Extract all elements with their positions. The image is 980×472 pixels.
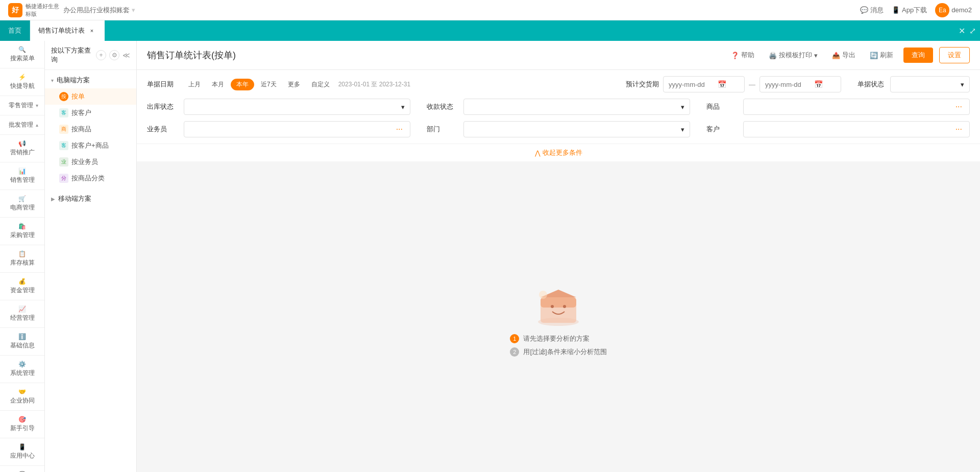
- expected-date-to-input[interactable]: [765, 81, 811, 88]
- download-icon: 📱: [892, 6, 900, 14]
- collapse-panel-button[interactable]: ≪: [122, 51, 130, 59]
- appstore-icon: 📱: [18, 443, 26, 451]
- sidebar-item-system[interactable]: ⚙️ 系统管理: [0, 356, 44, 383]
- tab-close-window-icon[interactable]: ✕: [959, 26, 965, 36]
- breadcrumb[interactable]: 办公用品行业模拟账套 ▾: [63, 6, 135, 15]
- scheme-by-customer[interactable]: 客 按客户: [45, 105, 136, 121]
- sidebar-item-enterprise[interactable]: 🤝 企业协同: [0, 383, 44, 411]
- finance-icon: 💰: [18, 278, 26, 285]
- calendar-from-icon[interactable]: 📅: [718, 80, 726, 88]
- svg-point-5: [563, 305, 566, 308]
- scheme-by-salesperson[interactable]: 业 按业务员: [45, 154, 136, 170]
- refresh-button[interactable]: 🔄 刷新: [866, 49, 897, 62]
- empty-hint-2: 2 用[过滤]条件来缩小分析范围: [510, 347, 606, 357]
- scheme-by-customer-product[interactable]: 客 按客户+商品: [45, 137, 136, 154]
- ship-status-select[interactable]: ▾: [184, 99, 410, 115]
- add-scheme-button[interactable]: +: [96, 50, 106, 60]
- collapse-filter-bar[interactable]: ⋀ 收起更多条件: [137, 144, 980, 161]
- left-panel: 按以下方案查询 + ⚙ ≪ ▾ 电脑端方案 按: [45, 41, 137, 472]
- department-label: 部门: [427, 125, 455, 134]
- salesperson-select[interactable]: ···: [184, 121, 410, 137]
- expected-date-to[interactable]: 📅: [760, 76, 841, 92]
- sidebar-item-basic[interactable]: ℹ️ 基础信息: [0, 328, 44, 356]
- tab-sales-stats[interactable]: 销售订单统计表 ×: [30, 20, 105, 41]
- date-btn-thisyear[interactable]: 本年: [231, 79, 254, 90]
- payment-status-label: 收款状态: [427, 102, 455, 111]
- sidebar-item-ecommerce[interactable]: 🛒 电商管理: [0, 190, 44, 218]
- sidebar-item-marketing[interactable]: 📢 营销推广: [0, 135, 44, 162]
- order-status-select[interactable]: ▾: [890, 76, 970, 92]
- filter-row-1: 单据日期 上月 本月 本年 近7天 更多 自定义 2023-01-01 至 20…: [147, 76, 970, 92]
- sidebar-item-quicknav[interactable]: ⚡ 快捷导航: [0, 68, 44, 96]
- message-action[interactable]: 💬 消息: [860, 6, 884, 15]
- scheme-by-product-icon: 商: [59, 125, 68, 134]
- sidebar-item-operations[interactable]: 📈 经营管理: [0, 300, 44, 328]
- scheme-by-product[interactable]: 商 按商品: [45, 121, 136, 137]
- sidebar-item-newuser[interactable]: 🎯 新手引导: [0, 411, 44, 438]
- page-title: 销售订单统计表(按单): [147, 49, 236, 61]
- query-button[interactable]: 查询: [903, 48, 933, 63]
- sidebar-item-inventory[interactable]: 📋 库存核算: [0, 245, 44, 273]
- scheme-by-salesperson-icon: 业: [59, 157, 68, 167]
- date-btn-thismonth[interactable]: 本月: [207, 79, 229, 90]
- expected-date-from[interactable]: 📅: [663, 76, 745, 92]
- tab-close-icon[interactable]: ×: [88, 27, 96, 35]
- settings-button[interactable]: 设置: [939, 47, 970, 63]
- quicknav-icon: ⚡: [18, 74, 26, 81]
- app-download-action[interactable]: 📱 App下载: [892, 6, 927, 15]
- export-button[interactable]: 📤 导出: [828, 49, 860, 62]
- user-action[interactable]: Ea demo2: [935, 3, 972, 17]
- top-bar: 好 畅捷通好生意 标版 办公用品行业模拟账套 ▾ 💬 消息 📱 App下载 Ea…: [0, 0, 980, 20]
- date-label: 单据日期: [147, 80, 176, 89]
- mobile-schemes-parent[interactable]: ▶ 移动端方案: [45, 191, 136, 207]
- goods-label: 商品: [706, 102, 735, 111]
- sidebar-item-wechat[interactable]: 💬 企业微信: [0, 466, 44, 472]
- print-arrow-icon: ▾: [814, 52, 818, 59]
- tab-maximize-icon[interactable]: ⤢: [969, 26, 976, 36]
- date-btn-more[interactable]: 更多: [283, 79, 305, 90]
- logo-text: 畅捷通好生意 标版: [26, 3, 59, 17]
- tab-home[interactable]: 首页: [0, 20, 30, 41]
- department-arrow-icon: ▾: [681, 126, 684, 133]
- empty-hint-1: 1 请先选择要分析的方案: [510, 334, 606, 343]
- scheme-by-order-icon: 按: [59, 92, 68, 101]
- scheme-by-order[interactable]: 按 按单: [45, 88, 136, 105]
- settings-icon: ⚙: [112, 52, 117, 59]
- sidebar-item-retail[interactable]: 零售管理 ▾: [0, 96, 44, 115]
- main-layout: 🔍 搜索菜单 ⚡ 快捷导航 零售管理 ▾ 批发管理 ▴ 📢 营销推广 📊 销售管…: [0, 41, 980, 472]
- sidebar-item-sales[interactable]: 📊 销售管理: [0, 162, 44, 190]
- sidebar-item-finance[interactable]: 💰 资金管理: [0, 273, 44, 300]
- calendar-to-icon[interactable]: 📅: [814, 80, 823, 88]
- department-select[interactable]: ▾: [463, 121, 690, 137]
- customer-more-icon[interactable]: ···: [953, 125, 964, 134]
- newuser-icon: 🎯: [18, 416, 26, 423]
- date-btn-7days[interactable]: 近7天: [256, 79, 281, 90]
- date-btn-custom[interactable]: 自定义: [307, 79, 334, 90]
- sidebar-item-purchase[interactable]: 🛍️ 采购管理: [0, 218, 44, 245]
- payment-status-select[interactable]: ▾: [463, 99, 690, 115]
- settings-scheme-button[interactable]: ⚙: [109, 50, 119, 60]
- sidebar-item-appstore[interactable]: 📱 应用中心: [0, 438, 44, 466]
- pc-schemes-parent[interactable]: ▾ 电脑端方案: [45, 72, 136, 88]
- salesperson-more-icon[interactable]: ···: [394, 125, 405, 134]
- refresh-icon: 🔄: [870, 52, 878, 59]
- left-panel-header: 按以下方案查询 + ⚙ ≪: [45, 41, 136, 70]
- date-btn-lastmonth[interactable]: 上月: [184, 79, 205, 90]
- scheme-by-category-icon: 分: [59, 174, 68, 183]
- salesperson-label: 业务员: [147, 125, 176, 134]
- tab-bar-actions: ✕ ⤢: [954, 20, 980, 41]
- pc-section: ▾ 电脑端方案 按 按单 客 按客户 商 按商品 客 按客户+商品: [45, 70, 136, 188]
- sidebar-item-search[interactable]: 🔍 搜索菜单: [0, 41, 44, 68]
- expected-date-from-input[interactable]: [669, 81, 715, 88]
- scheme-by-category[interactable]: 分 按商品分类: [45, 170, 136, 186]
- empty-hints: 1 请先选择要分析的方案 2 用[过滤]条件来缩小分析范围: [510, 334, 606, 357]
- customer-select[interactable]: ···: [743, 121, 970, 137]
- goods-select[interactable]: ···: [743, 99, 970, 115]
- logo-icon: 好: [8, 3, 22, 17]
- scheme-by-customer-product-icon: 客: [59, 141, 68, 150]
- operations-icon: 📈: [18, 305, 26, 313]
- goods-more-icon[interactable]: ···: [953, 102, 964, 111]
- template-print-button[interactable]: 🖨️ 按模板打印 ▾: [765, 49, 822, 62]
- sidebar-item-wholesale[interactable]: 批发管理 ▴: [0, 115, 44, 135]
- help-button[interactable]: ❓ 帮助: [727, 49, 758, 62]
